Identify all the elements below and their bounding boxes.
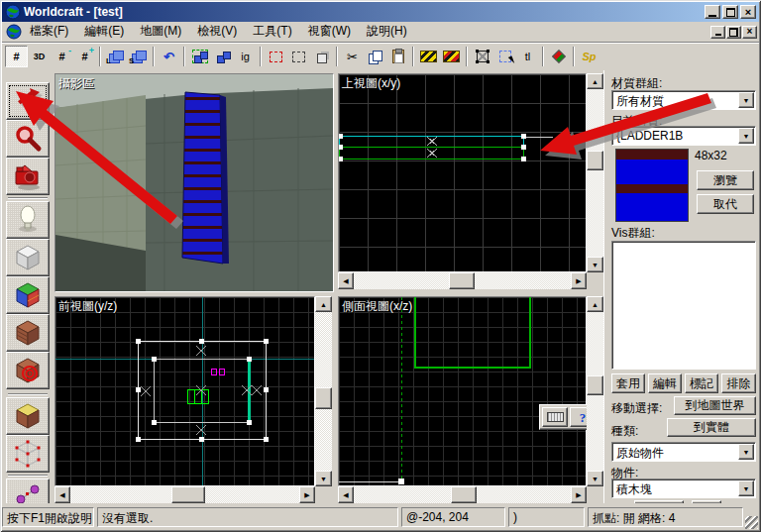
larger-grid-button[interactable]: #+	[73, 46, 96, 67]
copy-icon	[369, 51, 382, 63]
scrollbar-thumb[interactable]	[587, 375, 603, 395]
paste-button[interactable]	[386, 46, 409, 67]
chevron-down-icon[interactable]: ▼	[738, 480, 754, 496]
vertex-tool-button[interactable]	[6, 435, 50, 473]
to-world-button[interactable]: 到地圖世界	[674, 396, 756, 415]
scroll-left-button[interactable]: ◀	[338, 272, 354, 289]
menu-file[interactable]: 檔案(F)	[22, 21, 76, 43]
selection-tool-button[interactable]	[6, 82, 50, 120]
toggle-textures-tool-button[interactable]	[6, 276, 50, 314]
group-button[interactable]	[188, 46, 211, 67]
menu-help[interactable]: 說明(H)	[359, 21, 415, 43]
scroll-left-button[interactable]: ◀	[338, 486, 354, 503]
top-view-horizontal-scrollbar[interactable]: ◀ ▶	[338, 272, 587, 289]
hide-unselected-button[interactable]	[287, 46, 310, 67]
scroll-right-button[interactable]: ▶	[571, 272, 587, 289]
texture-preview[interactable]	[615, 149, 689, 222]
replace-button[interactable]: 取代	[697, 194, 754, 214]
chevron-down-icon[interactable]: ▼	[738, 444, 754, 460]
camera-viewport[interactable]: 攝影區	[54, 73, 334, 292]
scroll-down-button[interactable]: ▼	[315, 471, 332, 486]
to-entity-button[interactable]: 到實體	[667, 418, 756, 437]
apply-texture-tool-button[interactable]	[6, 314, 50, 352]
front-view-horizontal-scrollbar[interactable]: ◀ ▶	[54, 486, 315, 503]
decal-target-icon	[12, 355, 44, 386]
minimize-button[interactable]	[705, 5, 720, 19]
top-viewport[interactable]: 上視圖(x/y)	[338, 73, 587, 272]
magnify-tool-button[interactable]	[6, 120, 50, 158]
toggle-3d-grid-button[interactable]: 3D	[28, 46, 51, 67]
scrollbar-thumb[interactable]	[451, 486, 477, 503]
main-toolbar: # 3D #- #+ L S ↶ ig ✂ tl Sp	[2, 42, 759, 70]
cut-button[interactable]: ✂	[341, 46, 364, 67]
vis-edit-button[interactable]: 編輯	[648, 373, 682, 393]
hide-selected-button[interactable]	[265, 46, 287, 67]
menu-window[interactable]: 視窗(W)	[300, 21, 359, 43]
vis-exclude-button[interactable]: 排除	[721, 373, 756, 393]
vis-apply-button[interactable]: 套用	[611, 373, 645, 393]
undo-button[interactable]: ↶	[158, 46, 180, 67]
scroll-right-button[interactable]: ▶	[299, 486, 315, 503]
scroll-right-button[interactable]: ▶	[571, 486, 587, 503]
mdi-close-button[interactable]: ×	[742, 26, 757, 39]
ignore-groups-button[interactable]: ig	[234, 46, 257, 67]
scrollbar-thumb[interactable]	[587, 151, 603, 170]
show-all-button[interactable]	[310, 46, 333, 67]
camera-tool-button[interactable]	[6, 158, 50, 195]
save-window-state-button[interactable]: S	[127, 46, 150, 67]
path-tool-button[interactable]	[6, 479, 50, 503]
top-view-vertical-scrollbar[interactable]: ▲ ▼	[587, 73, 603, 272]
texture-lock-button[interactable]: tl	[516, 46, 539, 67]
side-view-vertical-scrollbar[interactable]: ▲ ▼	[587, 296, 603, 486]
menu-tools[interactable]: 工具(T)	[245, 21, 299, 43]
scroll-down-button[interactable]: ▼	[587, 471, 603, 486]
decal-tool-button[interactable]	[6, 352, 50, 389]
entity-tool-button[interactable]	[6, 201, 50, 239]
vis-mark-button[interactable]: 標記	[685, 373, 718, 393]
top-view-shapes	[339, 74, 586, 271]
scrollbar-thumb[interactable]	[449, 272, 475, 289]
side-view-horizontal-scrollbar[interactable]: ◀ ▶	[338, 486, 587, 503]
front-view-vertical-scrollbar[interactable]: ▲ ▼	[315, 296, 332, 486]
load-window-state-button[interactable]: L	[104, 46, 127, 67]
menu-view[interactable]: 檢視(V)	[189, 21, 245, 43]
mdi-minimize-button[interactable]	[710, 26, 725, 39]
maximize-button[interactable]	[722, 5, 738, 19]
menu-map[interactable]: 地圖(M)	[132, 21, 189, 43]
objects-combo[interactable]: 積木塊 ▼	[611, 479, 756, 498]
scrollbar-thumb[interactable]	[171, 486, 205, 503]
clipping-tool-button[interactable]	[6, 397, 50, 435]
scrollbar-thumb[interactable]	[315, 387, 332, 409]
render-mode-button[interactable]	[547, 46, 570, 67]
chevron-down-icon[interactable]: ▼	[738, 92, 754, 108]
browse-button[interactable]: 瀏覽	[697, 170, 754, 190]
select-box-button[interactable]	[471, 46, 493, 67]
category-combo[interactable]: 原始物件 ▼	[611, 442, 756, 462]
chevron-down-icon[interactable]: ▼	[738, 128, 754, 144]
make-hollow-button[interactable]	[440, 46, 463, 67]
smaller-grid-button[interactable]: #-	[51, 46, 73, 67]
ungroup-button[interactable]	[211, 46, 234, 67]
copy-button[interactable]	[364, 46, 386, 67]
deselect-button[interactable]	[493, 46, 516, 67]
current-texture-combo[interactable]: {LADDER1B ▼	[611, 126, 756, 146]
keyboard-shortcuts-button[interactable]	[542, 407, 568, 427]
side-viewport[interactable]: 側面視圖(x/z) ? ▲ ▼	[338, 296, 587, 486]
menu-edit[interactable]: 編輯(E)	[76, 21, 132, 43]
vis-groups-list[interactable]	[611, 241, 756, 370]
close-button[interactable]: ×	[740, 5, 756, 19]
scroll-up-button[interactable]: ▲	[315, 296, 332, 312]
scroll-down-button[interactable]: ▼	[587, 257, 603, 272]
front-viewport[interactable]: 前視圖(y/z)	[54, 296, 315, 486]
texture-group-combo[interactable]: 所有材質 ▼	[611, 90, 756, 110]
block-tool-button[interactable]	[6, 239, 50, 276]
run-map-button[interactable]: Sp	[578, 46, 600, 67]
texture-sidebar: 材質群組: 所有材質 ▼ 目前材質: {LADDER1B ▼ 48x32 瀏覽 …	[603, 70, 759, 503]
mdi-restore-button[interactable]	[726, 26, 741, 39]
scroll-up-button[interactable]: ▲	[587, 296, 603, 312]
carve-button[interactable]	[417, 46, 440, 67]
scroll-up-button[interactable]: ▲	[587, 73, 603, 89]
toggle-grid-button[interactable]: #	[5, 46, 28, 67]
scroll-left-button[interactable]: ◀	[54, 486, 70, 503]
resize-grip[interactable]	[745, 516, 758, 529]
